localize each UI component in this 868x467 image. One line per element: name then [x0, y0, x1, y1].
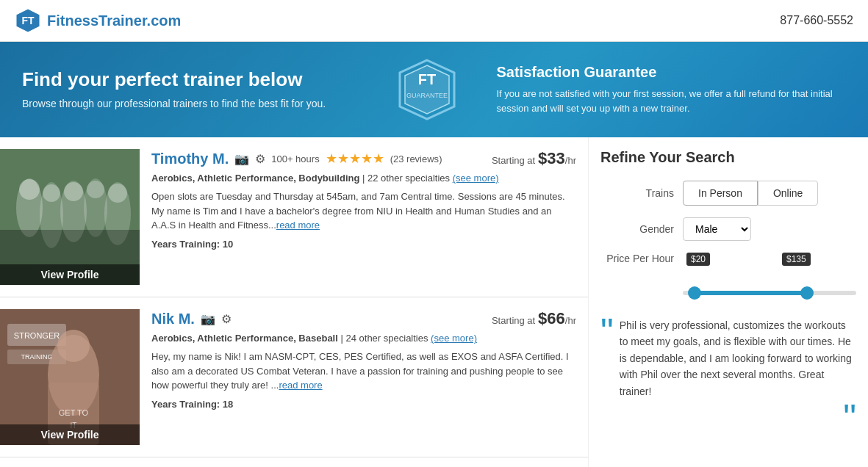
sidebar: Refine Your Search Trains In Person Onli… [589, 137, 868, 467]
banner: Find your perfect trainer below Browse t… [0, 42, 868, 137]
camera-icon-nik: 📷 [201, 312, 215, 326]
svg-point-14 [43, 184, 60, 202]
price-unit-nik: /hr [565, 315, 576, 326]
banner-guarantee: Satisfaction Guarantee If you are not sa… [482, 64, 847, 115]
trainer-header-timothy: Timothy M. 📷 ⚙ 100+ hours ★★★★★ (23 revi… [151, 149, 576, 168]
camera-icon: 📷 [234, 152, 249, 166]
price-slider-track[interactable] [683, 291, 856, 295]
banner-subtitle: Browse through our professional trainers… [22, 97, 338, 112]
trainer-price-nik: Starting at $66/hr [492, 309, 576, 328]
main-content: View Profile Timothy M. 📷 ⚙ 100+ hours ★… [0, 137, 868, 467]
years-training-timothy: Years Training: 10 [151, 239, 576, 250]
price-value-timothy: $33 [538, 149, 565, 167]
price-slider-thumb-min[interactable] [688, 286, 701, 300]
banner-left: Find your perfect trainer below Browse t… [22, 68, 372, 112]
hours-value: 100+ [271, 153, 293, 164]
price-labels: $20 $135 [683, 253, 856, 270]
starting-at-label: Starting at [492, 155, 535, 166]
price-filter-row: Price Per Hour $20 $135 [600, 253, 856, 295]
table-row: View Profile Jessie J. 📷 ⚙ Starting at $… [0, 457, 588, 467]
hours-label: hours [295, 153, 320, 164]
svg-text:STRONGER: STRONGER [14, 331, 60, 340]
trainer-info-timothy: Timothy M. 📷 ⚙ 100+ hours ★★★★★ (23 revi… [140, 149, 588, 285]
trainer-specialties-nik: Aerobics, Athletic Performance, Baseball… [151, 333, 576, 344]
specialties-main-nik: Aerobics, Athletic Performance, Baseball [151, 333, 338, 344]
testimonial: " Phil is very professional, customizes … [600, 310, 856, 407]
in-person-button[interactable]: In Person [683, 181, 758, 206]
star-rating-timothy: ★★★★★ [326, 151, 384, 167]
specialties-main-timothy: Aerobics, Athletic Performance, Bodybuil… [151, 173, 359, 184]
trainer-list: View Profile Timothy M. 📷 ⚙ 100+ hours ★… [0, 137, 589, 467]
header: FT FitnessTrainer.com 877-660-5552 [0, 0, 868, 42]
testimonial-text: Phil is very professional, customizes th… [620, 317, 856, 399]
trainer-header-nik: Nik M. 📷 ⚙ Starting at $66/hr [151, 309, 576, 328]
trainer-name-nik[interactable]: Nik M. [151, 311, 195, 327]
svg-text:TRAINING: TRAINING [21, 353, 52, 361]
price-label: Price Per Hour [600, 253, 674, 264]
trains-filter-row: Trains In Person Online [600, 181, 856, 206]
view-profile-overlay[interactable]: View Profile [0, 264, 140, 285]
trainer-name-row-nik: Nik M. 📷 ⚙ [151, 311, 232, 327]
logo[interactable]: FT FitnessTrainer.com [15, 7, 181, 34]
view-profile-nik[interactable]: View Profile [0, 424, 140, 445]
svg-text:GUARANTEE: GUARANTEE [406, 92, 447, 99]
svg-text:GET TO: GET TO [59, 408, 89, 417]
hours-badge-timothy: 100+ hours [271, 153, 319, 164]
reviews-timothy: (23 reviews) [390, 153, 442, 164]
gender-label: Gender [600, 223, 674, 235]
logo-icon: FT [15, 7, 41, 34]
price-slider-thumb-max[interactable] [800, 286, 814, 300]
years-training-nik: Years Training: 18 [151, 399, 576, 410]
price-slider-container: $20 $135 [683, 253, 856, 295]
price-unit-timothy: /hr [565, 155, 576, 166]
specialties-other-nik: | 24 other specialties (see more) [340, 333, 477, 344]
ft-guarantee-logo: FT GUARANTEE [394, 57, 460, 123]
banner-title: Find your perfect trainer below [22, 68, 372, 91]
online-button[interactable]: Online [758, 181, 818, 206]
banner-guarantee-title: Satisfaction Guarantee [497, 64, 847, 81]
starting-at-nik: Starting at [492, 315, 535, 326]
trainer-bio-nik: Hey, my name is Nik! I am NASM-CPT, CES,… [151, 350, 576, 393]
table-row: View Profile Timothy M. 📷 ⚙ 100+ hours ★… [0, 137, 588, 297]
quote-right-icon: " [843, 399, 856, 436]
price-value-nik: $66 [538, 309, 565, 327]
read-more-timothy[interactable]: read more [276, 220, 320, 231]
trainer-bio-timothy: Open slots are Tuesday and Thursday at 5… [151, 189, 576, 233]
badge-icon: ⚙ [255, 152, 265, 166]
svg-point-15 [64, 182, 83, 201]
banner-guarantee-text: If you are not satisfied with your first… [497, 87, 847, 115]
badge-icon-nik: ⚙ [221, 312, 232, 326]
train-buttons: In Person Online [683, 181, 818, 206]
logo-text: FitnessTrainer.com [47, 12, 181, 29]
see-more-nik[interactable]: (see more) [431, 333, 477, 344]
price-max-label: $135 [782, 253, 811, 266]
trainer-price-timothy: Starting at $33/hr [492, 149, 576, 168]
quote-left-icon: " [600, 314, 614, 350]
svg-point-17 [108, 184, 127, 203]
trainer-name-timothy[interactable]: Timothy M. [151, 151, 229, 167]
trainer-specialties-timothy: Aerobics, Athletic Performance, Bodybuil… [151, 173, 576, 184]
gender-filter-row: Gender Male Female Any [600, 217, 856, 241]
trainer-photo-nik[interactable]: STRONGER TRAINING GET TO IT View Profile [0, 309, 140, 445]
price-min-label: $20 [686, 253, 710, 266]
trainer-name-row: Timothy M. 📷 ⚙ 100+ hours ★★★★★ (23 revi… [151, 151, 442, 167]
svg-point-24 [57, 330, 90, 362]
specialties-other-timothy: | 22 other specialties (see more) [362, 173, 499, 184]
trains-label: Trains [600, 187, 674, 199]
trainer-photo-timothy[interactable]: View Profile [0, 149, 140, 285]
sidebar-title: Refine Your Search [600, 149, 856, 166]
svg-point-13 [19, 179, 40, 200]
see-more-timothy[interactable]: (see more) [453, 173, 499, 184]
table-row: STRONGER TRAINING GET TO IT View Profile… [0, 297, 588, 457]
read-more-nik[interactable]: read more [279, 380, 322, 391]
gender-select[interactable]: Male Female Any [683, 217, 751, 241]
svg-text:FT: FT [21, 15, 35, 26]
svg-text:FT: FT [417, 71, 435, 87]
header-phone: 877-660-5552 [780, 14, 853, 27]
trainer-info-nik: Nik M. 📷 ⚙ Starting at $66/hr Aerobics, … [140, 309, 588, 445]
svg-point-16 [87, 181, 104, 198]
price-slider-fill [692, 291, 804, 295]
